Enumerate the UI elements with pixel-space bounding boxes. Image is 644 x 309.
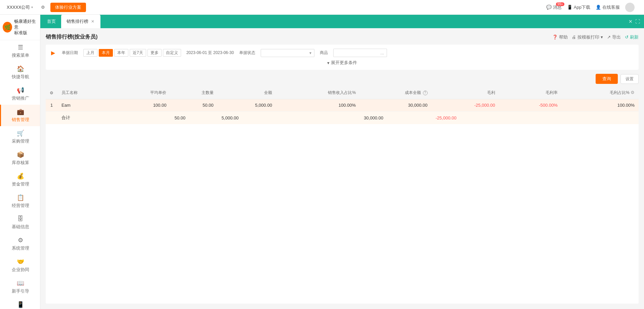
td-gross-pct: 100.00% [562,99,639,111]
sidebar-item-label: 库存核算 [12,160,29,166]
tab-home[interactable]: 首页 [42,15,61,28]
filter-toggle-icon[interactable]: ▶ [51,50,55,56]
chevron-down-icon: ▾ [327,60,330,65]
message-badge: 99+ [556,2,564,6]
th-settings[interactable]: ⚙ [46,87,57,99]
message-item[interactable]: 💬 消息 99+ [546,4,562,10]
sidebar-item-enterprise-collab[interactable]: 🤝 企业协同 [0,255,40,276]
trial-button[interactable]: 体验行业方案 [50,3,86,12]
content-area: 首页 销售排行榜 ✕ ✕ ⛶ 销售排行榜(按业务员) ❓ [40,15,644,309]
sidebar-item-label: 快捷导航 [12,74,29,80]
template-print-button[interactable]: 🖨 按模板打印 ▾ [572,34,603,40]
filter-row: ▶ 单据日期 上月 本月 本年 近7天 更多 自定义 2023-06-01 至 … [51,49,633,57]
td-rank: 1 [46,99,57,111]
sidebar-item-label: 经营管理 [12,203,29,209]
sales-icon: 💼 [17,108,24,115]
online-service-item[interactable]: 👤 在线客服 [596,4,620,10]
sidebar-item-label: 企业协同 [12,267,29,273]
data-table: ⚙ 员工名称 平均单价 主数量 全额 销售收入占比% 成本全额 ? [46,87,639,124]
table-settings-button[interactable]: 设置 [620,74,639,84]
help-icon: ❓ [552,35,558,40]
avatar[interactable] [625,3,635,12]
message-icon: 💬 [546,5,552,10]
page-header: 销售排行榜(按业务员) ❓ 帮助 🖨 按模板打印 ▾ ↗ [46,34,639,41]
logo-line1: 畅康通好生意 [14,19,37,30]
sidebar-item-purchase-mgmt[interactable]: 🛒 采购管理 [0,126,40,148]
more-btn[interactable]: 更多 [147,49,162,57]
sidebar-item-sales-mgmt[interactable]: 💼 销售管理 [0,105,40,126]
tab-minimize-icon[interactable]: ✕ [629,19,633,24]
this-month-btn[interactable]: 本月 [99,49,113,57]
tab-sales-ranking[interactable]: 销售排行榜 ✕ [61,15,100,28]
sidebar-item-label: 资金管理 [12,181,29,187]
custom-btn[interactable]: 自定义 [163,49,181,57]
guide-icon: 📖 [17,279,24,287]
logo-text: 畅康通好生意 标准版 [14,19,37,36]
prev-month-btn[interactable]: 上月 [83,49,97,57]
th-gross-pct-settings-icon[interactable]: ⚙ [631,90,635,95]
date-range-display: 2023-06-01 至 2023-06-30 [186,50,234,56]
page-title: 销售排行榜(按业务员) [46,34,98,41]
sidebar-item-search-order[interactable]: ☰ 搜索菜单 [0,40,40,62]
sidebar-item-operations[interactable]: 📋 经营管理 [0,191,40,212]
th-gross-margin: 毛利率 [499,87,562,99]
td-qty: 50.00 [170,99,217,111]
product-input[interactable]: ... [333,49,387,57]
sidebar-item-quick-nav[interactable]: 🏠 快捷导航 [0,62,40,83]
refresh-icon: ↺ [625,35,629,40]
cost-amount-help-icon[interactable]: ? [423,91,428,95]
chevron-down-icon: ▾ [601,35,603,40]
footer-amount: 5,000.00 [218,111,276,124]
td-avg-price: 100.00 [114,99,170,111]
footer-gross-pct [562,111,639,124]
sidebar-item-beginner-guide[interactable]: 📖 新手引导 [0,276,40,298]
top-bar-right: 💬 消息 99+ 📱 App下载 👤 在线客服 [546,3,640,12]
th-amount: 全额 [218,87,276,99]
page-content: 销售排行榜(按业务员) ❓ 帮助 🖨 按模板打印 ▾ ↗ [40,28,644,309]
sidebar-item-app-center[interactable]: 📱 应用中心 [0,298,40,309]
action-bar: 查询 设置 [46,74,639,84]
system-icon: ⚙ [18,237,23,244]
export-button[interactable]: ↗ 导出 [607,34,621,40]
dropdown-arrow-icon: ▾ [309,51,311,55]
sidebar: 🌿 畅康通好生意 标准版 ☰ 搜索菜单 🏠 快捷导航 📢 营销推广 💼 销售管理… [0,15,40,309]
th-cost-amount: 成本全额 ? [360,87,431,99]
company-name: XXXXX公司 [7,4,30,10]
this-year-btn[interactable]: 本年 [114,49,128,57]
purchase-icon: 🛒 [17,130,24,137]
last-7-days-btn[interactable]: 近7天 [130,49,146,57]
doc-status-dropdown[interactable]: ▾ [261,49,314,57]
export-icon: ↗ [607,35,611,40]
sidebar-item-inventory[interactable]: 📦 库存核算 [0,148,40,169]
expand-more-btn[interactable]: ▾ 展开更多条件 [51,60,633,66]
filter-section: ▶ 单据日期 上月 本月 本年 近7天 更多 自定义 2023-06-01 至 … [46,45,639,70]
sidebar-item-system-mgmt[interactable]: ⚙ 系统管理 [0,233,40,255]
settings-icon[interactable]: ⚙ [38,3,48,12]
tab-maximize-icon[interactable]: ⛶ [635,19,640,24]
product-more-icon: ... [380,50,384,55]
finance-icon: 💰 [17,172,24,180]
th-sales-pct: 销售收入占比% [276,87,360,99]
footer-avg-price [114,111,170,124]
logo-line2: 标准版 [14,30,37,36]
app-download-label: App下载 [574,4,590,10]
refresh-button[interactable]: ↺ 刷新 [625,34,639,40]
footer-gross-margin [499,111,562,124]
th-employee-name: 员工名称 [57,87,114,99]
sidebar-item-basic-info[interactable]: 🗄 基础信息 [0,212,40,233]
query-button[interactable]: 查询 [596,74,618,84]
collab-icon: 🤝 [17,258,24,265]
home-icon: 🏠 [17,65,24,72]
company-selector[interactable]: XXXXX公司 ▾ [4,3,36,12]
sidebar-item-finance-mgmt[interactable]: 💰 资金管理 [0,169,40,191]
app-download-item[interactable]: 📱 App下载 [567,4,590,10]
th-avg-price: 平均单价 [114,87,170,99]
help-button[interactable]: ❓ 帮助 [552,34,568,40]
footer-settings-col [46,111,57,124]
sidebar-item-marketing[interactable]: 📢 营销推广 [0,83,40,105]
app-download-icon: 📱 [567,5,572,10]
th-gross-pct: 毛利占比% ⚙ [562,87,639,99]
tab-close-icon[interactable]: ✕ [90,19,95,24]
table-header-row: ⚙ 员工名称 平均单价 主数量 全额 销售收入占比% 成本全额 ? [46,87,639,99]
online-service-label: 在线客服 [602,4,620,10]
